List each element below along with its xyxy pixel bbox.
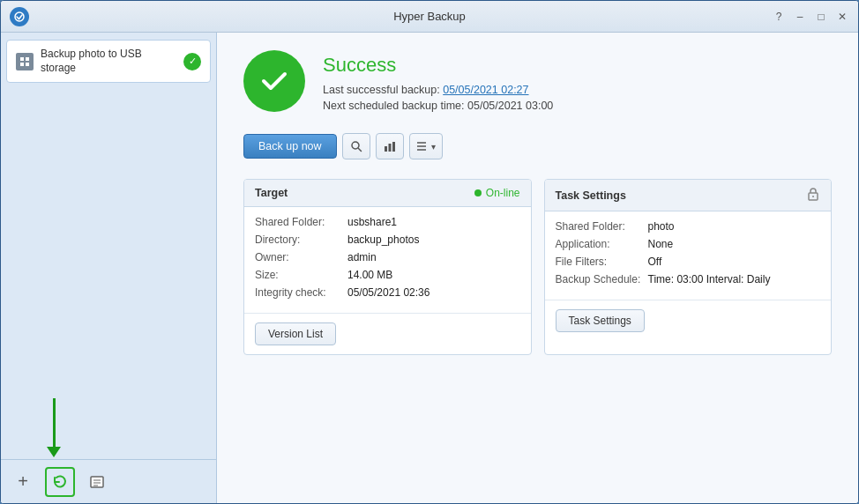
table-row: Shared Folder: usbshare1 (255, 216, 520, 228)
app-window: Hyper Backup ? – □ ✕ (0, 0, 859, 504)
maximize-button[interactable]: □ (814, 10, 828, 24)
svg-rect-2 (26, 57, 29, 61)
target-panel-footer: Version List (244, 313, 531, 354)
titlebar-left (10, 7, 29, 26)
sidebar-item-label: Backup photo to USB storage (41, 48, 176, 75)
online-status: On-line (474, 187, 520, 199)
log-button[interactable] (82, 467, 112, 497)
target-panel-body: Shared Folder: usbshare1 Directory: back… (244, 207, 531, 313)
arrow-shaft (53, 398, 56, 447)
target-panel-title: Target (255, 187, 288, 199)
task-backup-schedule-value: Time: 03:00 Interval: Daily (648, 273, 771, 285)
target-integrity-label: Integrity check: (255, 286, 347, 299)
last-backup-label: Last successful backup: (323, 84, 440, 96)
sidebar-item-backup-usb[interactable]: Backup photo to USB storage ✓ (6, 40, 211, 83)
target-size-value: 14.00 MB (347, 269, 392, 281)
task-panel-header: Task Settings (545, 180, 832, 211)
grid-icon (16, 53, 34, 70)
last-backup-line: Last successful backup: 05/05/2021 02:27 (323, 84, 832, 96)
status-info: Success Last successful backup: 05/05/20… (323, 50, 832, 115)
toolbar: Back up now (243, 133, 832, 159)
titlebar: Hyper Backup ? – □ ✕ (1, 1, 858, 33)
table-row: Backup Schedule: Time: 03:00 Interval: D… (556, 273, 821, 285)
task-shared-folder-label: Shared Folder: (556, 220, 648, 233)
app-icon (10, 7, 29, 26)
task-settings-button[interactable]: Task Settings (556, 309, 645, 332)
status-section: Success Last successful backup: 05/05/20… (243, 50, 832, 115)
main-content: Success Last successful backup: 05/05/20… (217, 33, 858, 503)
svg-rect-13 (392, 142, 395, 152)
next-backup-label: Next scheduled backup time: (323, 100, 465, 112)
target-owner-label: Owner: (255, 251, 347, 263)
svg-line-10 (358, 149, 361, 152)
titlebar-title: Hyper Backup (393, 10, 466, 23)
next-backup-line: Next scheduled backup time: 05/05/2021 0… (323, 100, 832, 112)
svg-rect-12 (388, 144, 391, 152)
svg-point-9 (352, 142, 359, 149)
backup-now-button[interactable]: Back up now (243, 134, 337, 159)
target-integrity-value: 05/05/2021 02:36 (347, 286, 430, 299)
table-row: Integrity check: 05/05/2021 02:36 (255, 286, 520, 299)
table-row: Shared Folder: photo (556, 220, 821, 233)
last-backup-link[interactable]: 05/05/2021 02:27 (443, 84, 528, 96)
target-shared-folder-label: Shared Folder: (255, 216, 347, 228)
info-panels: Target On-line Shared Folder: usbshare1 … (243, 179, 832, 355)
task-backup-schedule-label: Backup Schedule: (556, 273, 648, 285)
svg-rect-11 (385, 146, 387, 152)
close-button[interactable]: ✕ (835, 10, 849, 24)
target-directory-label: Directory: (255, 233, 347, 246)
status-title: Success (323, 54, 832, 77)
table-row: File Filters: Off (556, 256, 821, 268)
task-panel-body: Shared Folder: photo Application: None F… (545, 211, 832, 300)
target-owner-value: admin (347, 251, 377, 263)
titlebar-controls: ? – □ ✕ (772, 10, 849, 24)
search-button[interactable] (342, 133, 370, 159)
table-row: Application: None (556, 238, 821, 250)
target-size-label: Size: (255, 269, 347, 281)
task-panel: Task Settings Shared Folder: p (544, 179, 833, 355)
task-panel-title: Task Settings (556, 189, 626, 202)
task-file-filters-value: Off (648, 256, 662, 268)
arrow-head (47, 447, 61, 457)
task-shared-folder-value: photo (648, 220, 675, 233)
arrow-indicator (47, 398, 61, 457)
online-label: On-line (486, 187, 520, 199)
task-application-value: None (648, 238, 674, 250)
next-backup-value: 05/05/2021 03:00 (467, 100, 553, 112)
task-file-filters-label: File Filters: (556, 256, 648, 268)
add-button[interactable]: + (8, 467, 38, 497)
restore-button[interactable] (45, 467, 75, 497)
svg-rect-4 (26, 63, 29, 66)
help-button[interactable]: ? (772, 10, 786, 24)
sidebar-items: Backup photo to USB storage ✓ (1, 33, 216, 459)
task-application-label: Application: (556, 238, 648, 250)
svg-rect-3 (20, 63, 24, 66)
svg-point-18 (812, 196, 814, 197)
version-list-button[interactable]: Version List (255, 322, 336, 345)
sidebar-item-status-icon: ✓ (183, 53, 201, 70)
target-panel: Target On-line Shared Folder: usbshare1 … (243, 179, 532, 355)
table-row: Size: 14.00 MB (255, 269, 520, 281)
sidebar-footer: + (1, 459, 216, 503)
content-area: Backup photo to USB storage ✓ + (1, 33, 858, 503)
chart-button[interactable] (376, 133, 404, 159)
menu-button[interactable]: ▾ (409, 133, 443, 159)
target-panel-header: Target On-line (244, 180, 531, 207)
svg-rect-1 (20, 57, 24, 61)
minimize-button[interactable]: – (793, 10, 807, 24)
table-row: Owner: admin (255, 251, 520, 263)
task-panel-footer: Task Settings (545, 300, 832, 341)
sidebar: Backup photo to USB storage ✓ + (1, 33, 217, 503)
online-dot (474, 189, 482, 196)
status-success-icon (243, 50, 305, 112)
target-shared-folder-value: usbshare1 (347, 216, 397, 228)
target-directory-value: backup_photos (347, 233, 419, 246)
lock-icon (806, 187, 820, 204)
table-row: Directory: backup_photos (255, 233, 520, 246)
